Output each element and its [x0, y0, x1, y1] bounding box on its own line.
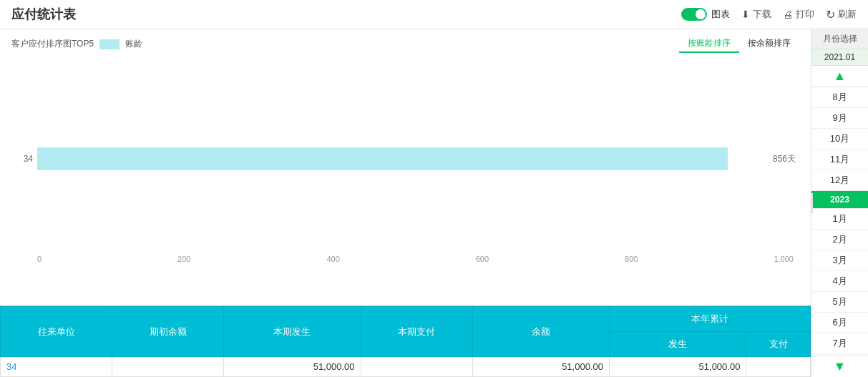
x-tick-0: 0 [37, 255, 42, 263]
legend-text: 客户应付排序图TOP5 [11, 38, 94, 50]
th-opening: 期初余额 [112, 307, 224, 357]
refresh-icon [826, 8, 835, 21]
y-axis-label: 34 [11, 154, 33, 164]
td-payment [361, 357, 472, 377]
td-occurrence: 51,000.00 [224, 357, 361, 377]
year-marker-2023[interactable]: 2023 [811, 191, 868, 209]
bar-row: 856天 [37, 147, 756, 170]
refresh-label: 刷新 [838, 8, 857, 21]
sidebar: ◀ 月份选择 2021.01 ▲ 8月 9月 10月 11月 12月 2023 … [811, 29, 868, 377]
sidebar-selected: 2021.01 [811, 49, 868, 66]
x-tick-200: 200 [177, 255, 190, 263]
month-item-3[interactable]: 3月 [811, 250, 868, 271]
month-item-10[interactable]: 10月 [811, 129, 868, 150]
sidebar-title: 月份选择 [811, 29, 868, 49]
td-unit: 34 [1, 357, 112, 377]
month-item-2[interactable]: 2月 [811, 230, 868, 250]
x-tick-1000: 1,000 [774, 255, 794, 263]
chart-toggle[interactable] [681, 8, 707, 21]
td-balance: 51,000.00 [472, 357, 609, 377]
th-payment: 本期支付 [361, 307, 472, 357]
bar-label: 856天 [773, 153, 796, 165]
chart-toggle-label: 图表 [711, 8, 730, 21]
td-opening [112, 357, 224, 377]
download-button[interactable]: 下载 [741, 8, 771, 21]
th-ytd-payment: 支付 [746, 332, 811, 357]
x-tick-400: 400 [326, 255, 339, 263]
month-item-9[interactable]: 9月 [811, 108, 868, 129]
month-item-12[interactable]: 12月 [811, 170, 868, 191]
month-item-8[interactable]: 8月 [811, 87, 868, 108]
download-label: 下载 [753, 8, 771, 21]
table-row: 34 51,000.00 51,000.00 51,000.00 [1, 357, 811, 377]
month-item-7[interactable]: 7月 [811, 333, 868, 354]
th-ytd-occurrence: 发生 [609, 332, 746, 357]
scroll-down-arrow[interactable]: ▼ [811, 356, 868, 377]
bar-chart: 34 856天 [11, 66, 799, 252]
month-item-6[interactable]: 6月 [811, 313, 868, 333]
th-occurrence: 本期发生 [224, 307, 361, 357]
th-unit: 往来单位 [1, 307, 112, 357]
print-label: 打印 [796, 8, 814, 21]
legend-box-label: 账龄 [125, 38, 142, 50]
x-axis: 0 200 400 600 800 1,000 [11, 255, 799, 263]
month-item-4[interactable]: 4月 [811, 271, 868, 292]
sort-by-balance-button[interactable]: 按余额排序 [739, 35, 799, 53]
scroll-up-arrow[interactable]: ▲ [811, 66, 868, 87]
legend-box [99, 39, 120, 49]
page-title: 应付统计表 [11, 6, 76, 23]
chart-header: 客户应付排序图TOP5 账龄 按账龄排序 按余额排序 [0, 29, 811, 59]
x-tick-800: 800 [625, 255, 638, 263]
data-table: 往来单位 期初余额 本期发生 本期支付 余额 本年累计 发生 支付 [0, 306, 811, 377]
download-icon [741, 9, 750, 20]
unit-link[interactable]: 34 [6, 361, 16, 372]
td-ytd-occurrence: 51,000.00 [609, 357, 746, 377]
td-ytd-payment [746, 357, 811, 377]
th-balance: 余额 [472, 307, 609, 357]
print-icon [783, 9, 793, 20]
x-tick-600: 600 [476, 255, 489, 263]
month-item-1[interactable]: 1月 [811, 209, 868, 230]
table-area: 往来单位 期初余额 本期发生 本期支付 余额 本年累计 发生 支付 [0, 305, 811, 377]
chart-sort: 按账龄排序 按余额排序 [679, 35, 799, 53]
sort-by-amount-button[interactable]: 按账龄排序 [679, 35, 739, 53]
chart-toggle-wrap[interactable]: 图表 [681, 8, 730, 21]
month-item-11[interactable]: 11月 [811, 150, 868, 170]
chart-legend: 客户应付排序图TOP5 账龄 [11, 38, 142, 50]
bar-fill [37, 147, 728, 170]
refresh-button[interactable]: 刷新 [826, 8, 857, 21]
sidebar-scroll[interactable]: 8月 9月 10月 11月 12月 2023 1月 2月 3月 4月 5月 6月… [811, 87, 868, 356]
expand-arrow[interactable]: ◀ [811, 193, 813, 213]
th-ytd: 本年累计 [609, 307, 810, 332]
month-item-5[interactable]: 5月 [811, 292, 868, 313]
print-button[interactable]: 打印 [783, 8, 814, 21]
bar-chart-wrap: 34 856天 0 200 400 600 800 1,000 [0, 59, 811, 305]
